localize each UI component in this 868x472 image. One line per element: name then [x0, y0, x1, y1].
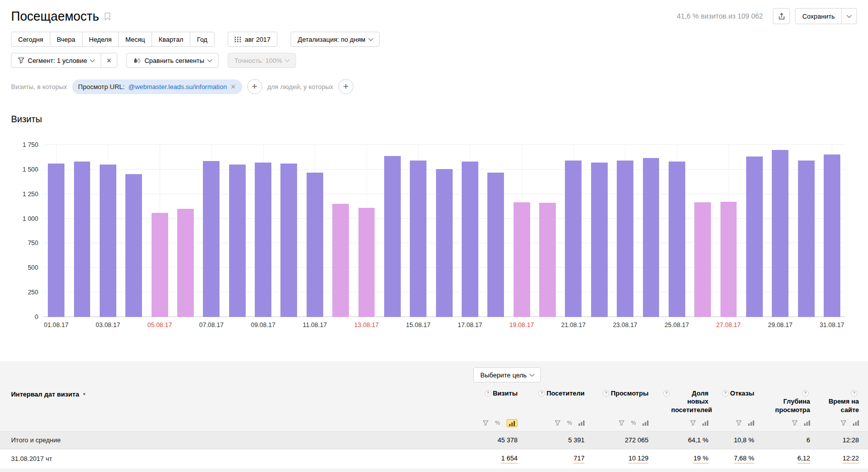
period-button-4[interactable]: Квартал	[152, 32, 190, 47]
segment-clear-button[interactable]: ✕	[101, 53, 117, 68]
percent-icon[interactable]: %	[495, 420, 500, 426]
accuracy-button[interactable]: Точность: 100%	[228, 53, 297, 68]
cell-value[interactable]: 10 129	[628, 454, 648, 463]
bar-28.08.17[interactable]	[746, 156, 763, 317]
bar-29.08.17[interactable]	[772, 150, 788, 317]
add-people-condition-button[interactable]: +	[338, 79, 353, 94]
filter-icon[interactable]	[619, 420, 624, 426]
save-button[interactable]: Сохранить	[795, 8, 842, 24]
cell-value[interactable]: 717	[573, 454, 585, 463]
cell: 6,12	[754, 454, 810, 463]
cell: 1 654	[457, 454, 518, 463]
bar-14.08.17[interactable]	[384, 156, 401, 318]
period-button-3[interactable]: Месяц	[118, 32, 152, 47]
help-icon[interactable]: ?	[485, 390, 491, 397]
bar-06.08.17[interactable]	[177, 209, 194, 317]
bar-chart-icon[interactable]	[578, 420, 585, 426]
help-icon[interactable]: ?	[802, 390, 809, 397]
bar-chart-icon[interactable]	[509, 421, 515, 426]
row-label[interactable]: 31.08.2017 чт	[11, 455, 457, 462]
bar-chart-icon[interactable]	[642, 420, 648, 426]
cell-value[interactable]: 6,12	[798, 454, 810, 463]
column-header-2[interactable]: ?Просмотры	[585, 389, 648, 414]
help-icon[interactable]: ?	[851, 390, 857, 397]
detail-button[interactable]: Детализация: по дням	[291, 32, 379, 47]
cell-value[interactable]: 7,68 %	[734, 454, 754, 463]
chip-close-icon[interactable]: ✕	[231, 83, 236, 91]
column-header-5[interactable]: ?Глубина просмотра	[754, 389, 810, 414]
filter-icon[interactable]	[792, 420, 798, 426]
bar-31.08.17[interactable]	[824, 154, 840, 317]
bar-chart-icon[interactable]	[748, 420, 754, 426]
segment-button[interactable]: Сегмент: 1 условие	[11, 53, 101, 68]
bar-05.08.17[interactable]	[152, 213, 168, 317]
bar-22.08.17[interactable]	[591, 163, 608, 317]
column-header-4[interactable]: ?Отказы	[708, 389, 754, 414]
bar-21.08.17[interactable]	[565, 161, 582, 317]
bar-17.08.17[interactable]	[462, 162, 478, 317]
active-chart-icon[interactable]	[507, 419, 518, 427]
bar-20.08.17[interactable]	[539, 203, 556, 317]
bar-19.08.17[interactable]	[514, 202, 530, 317]
column-header-6[interactable]: ?Время на сайте	[810, 389, 859, 414]
bar-18.08.17[interactable]	[487, 173, 504, 317]
bar-27.08.17[interactable]	[720, 202, 737, 317]
help-icon[interactable]: ?	[663, 390, 670, 397]
bar-08.08.17[interactable]	[229, 165, 246, 317]
column-header-0[interactable]: ?Визиты	[457, 389, 518, 414]
page-header: Посещаемость 41,6 % визитов из 109 062 С…	[0, 0, 868, 24]
add-visit-condition-button[interactable]: +	[247, 79, 262, 94]
bar-25.08.17[interactable]	[669, 162, 685, 317]
bar-13.08.17[interactable]	[358, 208, 375, 317]
filter-icon[interactable]	[841, 420, 846, 426]
filter-icon[interactable]	[555, 420, 560, 426]
bar-15.08.17[interactable]	[410, 161, 426, 317]
filter-icon[interactable]	[690, 420, 696, 426]
cell-value[interactable]: 12:22	[842, 454, 859, 463]
period-button-5[interactable]: Год	[190, 32, 214, 47]
help-icon[interactable]: ?	[538, 390, 545, 397]
bar-12.08.17[interactable]	[332, 204, 349, 317]
save-options-button[interactable]	[842, 8, 857, 24]
bar-23.08.17[interactable]	[617, 161, 633, 317]
bar-26.08.17[interactable]	[694, 202, 711, 317]
help-icon[interactable]: ?	[603, 390, 609, 397]
x-axis-label: 17.08.17	[458, 322, 482, 329]
bar-30.08.17[interactable]	[798, 161, 815, 317]
bar-16.08.17[interactable]	[436, 169, 453, 317]
period-button-2[interactable]: Неделя	[82, 32, 119, 47]
chip-url-link[interactable]: @webmaster.leads.su/information	[128, 83, 227, 91]
help-icon[interactable]: ?	[722, 390, 729, 397]
bar-04.08.17[interactable]	[125, 174, 142, 317]
period-button-0[interactable]: Сегодня	[11, 32, 50, 47]
cell: 10,8 %	[708, 436, 754, 444]
bar-chart-icon[interactable]	[702, 420, 708, 426]
bar-09.08.17[interactable]	[255, 163, 271, 317]
percent-icon[interactable]: %	[567, 420, 572, 426]
detail-label: Детализация: по дням	[298, 36, 365, 43]
bookmark-icon[interactable]	[104, 12, 111, 21]
bar-10.08.17[interactable]	[280, 164, 297, 317]
choose-goal-button[interactable]: Выберите цель	[473, 367, 541, 382]
cell-value[interactable]: 1 654	[501, 454, 518, 463]
date-range-button[interactable]: авг 2017	[228, 32, 277, 47]
bar-chart-icon[interactable]	[853, 420, 859, 426]
bar-chart-icon[interactable]	[804, 420, 810, 426]
bar-01.08.17[interactable]	[48, 164, 64, 317]
export-button[interactable]	[773, 8, 790, 24]
bar-03.08.17[interactable]	[100, 165, 116, 317]
column-header-1[interactable]: ?Посетители	[518, 389, 585, 414]
bar-24.08.17[interactable]	[643, 158, 660, 317]
url-filter-chip[interactable]: Просмотр URL: @webmaster.leads.su/inform…	[72, 80, 242, 94]
filter-icon[interactable]	[483, 420, 488, 426]
bar-02.08.17[interactable]	[74, 162, 91, 317]
column-header-3[interactable]: ?Доля новых посетителей	[648, 389, 708, 414]
percent-icon[interactable]: %	[631, 420, 636, 426]
row-header[interactable]: Интервал дат визита ▼	[11, 389, 457, 398]
bar-07.08.17[interactable]	[203, 161, 220, 317]
bar-11.08.17[interactable]	[307, 173, 323, 317]
cell-value[interactable]: 19 %	[693, 454, 708, 463]
period-button-1[interactable]: Вчера	[50, 32, 83, 47]
compare-segments-button[interactable]: Сравнить сегменты	[126, 53, 219, 68]
filter-icon[interactable]	[736, 420, 742, 426]
